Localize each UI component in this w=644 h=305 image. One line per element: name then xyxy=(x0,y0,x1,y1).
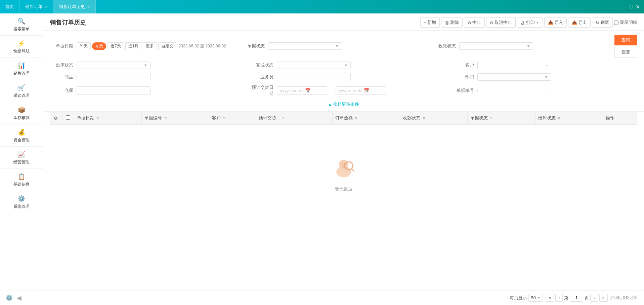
topbar-min-btn[interactable]: — xyxy=(621,4,627,10)
first-page-icon: « xyxy=(549,295,551,300)
sidebar-item-sales-mgmt[interactable]: 📊 销售管理 xyxy=(0,58,43,80)
tab-home[interactable]: 首页 xyxy=(0,0,20,13)
page-number-input[interactable] xyxy=(570,294,583,302)
per-page-select[interactable]: 50 ▼ xyxy=(528,294,543,302)
import-icon: 📥 xyxy=(548,20,553,25)
th-customer: 客户 ⇅ xyxy=(209,112,256,125)
collapse-button[interactable]: ▲ 收起更多条件 xyxy=(328,101,359,107)
date-last1month-btn[interactable]: 近1月 xyxy=(125,42,142,50)
add-button[interactable]: + 新增 xyxy=(420,17,440,28)
complete-status-select[interactable]: ▼ xyxy=(277,62,351,69)
payment-status-label: 收款状态 xyxy=(432,43,459,49)
sidebar-collapse-icon[interactable]: ◀ xyxy=(17,294,22,302)
order-status-sort-icon: ⇅ xyxy=(490,116,493,120)
tab-sales-order-close[interactable]: ✕ xyxy=(45,5,48,9)
tab-bar: 首页 销售订单 ✕ 销售订单历史 ✕ xyxy=(0,0,96,13)
order-status-select[interactable]: ▼ xyxy=(268,42,342,50)
warehouse-label: 仓库 xyxy=(50,87,77,93)
delete-button[interactable]: 🗑 删除 xyxy=(441,17,463,28)
sidebar-item-basic-info-label: 基础信息 xyxy=(13,182,30,187)
delivery-date-start[interactable]: yyyy-mm-dd 📅 xyxy=(277,86,327,95)
import-button[interactable]: 📥 导入 xyxy=(544,17,567,28)
th-payment-status: 收款状态 ⇅ xyxy=(400,112,467,125)
filter-area: 单据日期 昨天 今天 近7天 近1月 更多 自定义 2023-06-02 至 2… xyxy=(43,31,644,112)
payment-status-content: ▼ xyxy=(459,42,610,50)
sidebar-item-inventory[interactable]: 📦 库存核算 xyxy=(0,102,43,124)
delete-label: 删除 xyxy=(450,20,459,26)
cancel-stop-label: 取消中止 xyxy=(495,20,512,26)
delivery-date-end[interactable]: yyyy-mm-dd 📅 xyxy=(336,86,386,95)
order-number-label: 单据编号 xyxy=(450,87,477,93)
collapse-label: 收起更多条件 xyxy=(333,101,359,107)
warehouse-input[interactable]: ··· xyxy=(77,86,151,95)
department-select[interactable]: ▼ xyxy=(477,73,551,81)
select-all-checkbox[interactable] xyxy=(66,115,70,120)
svg-point-5 xyxy=(344,163,346,164)
delivery-date-start-text: yyyy-mm-dd xyxy=(280,88,304,93)
stock-status-select[interactable]: ▼ xyxy=(77,62,151,69)
sidebar-item-operations[interactable]: 📈 经营管理 xyxy=(0,147,43,169)
sidebar-item-search-menu[interactable]: 🔍 搜索菜单 xyxy=(0,13,43,36)
calendar-start-icon: 📅 xyxy=(305,88,310,93)
product-label: 商品 xyxy=(50,74,77,80)
payment-status-select[interactable]: ▼ xyxy=(459,42,533,50)
product-input[interactable]: ··· xyxy=(77,73,151,81)
customer-input[interactable]: ··· xyxy=(477,61,551,69)
date-last7-btn[interactable]: 近7天 xyxy=(108,42,124,50)
next-page-btn[interactable]: › xyxy=(590,294,598,302)
tab-sales-history[interactable]: 销售订单历史 ✕ xyxy=(53,0,96,13)
settings-filter-button[interactable]: 设置 xyxy=(614,47,637,58)
complete-status-chevron: ▼ xyxy=(344,63,348,67)
delivery-date-end-text: yyyy-mm-dd xyxy=(339,88,362,93)
first-page-btn[interactable]: « xyxy=(546,294,554,302)
date-range-display: 2023-06-02 至 2023-06-02 xyxy=(178,43,226,49)
topbar-close-btn[interactable]: ✕ xyxy=(636,4,640,10)
last-page-btn[interactable]: » xyxy=(599,294,608,302)
date-yesterday-btn[interactable]: 昨天 xyxy=(77,42,91,50)
stop-button[interactable]: ⊘ 中止 xyxy=(464,17,485,28)
sidebar-settings-icon[interactable]: ⚙️ xyxy=(5,294,13,302)
stock-sort-icon: ⇅ xyxy=(558,116,560,120)
customer-label: 客户 xyxy=(450,62,477,68)
date-more-btn[interactable]: 更多 xyxy=(143,42,157,50)
basic-info-icon: 📋 xyxy=(18,173,25,180)
sidebar-item-system-label: 系统管理 xyxy=(13,204,30,209)
stock-status-chevron: ▼ xyxy=(144,63,147,67)
filter-row-2: 出库状态 ▼ 完成状态 ▼ 客户 ··· xyxy=(50,61,637,69)
stop-icon: ⊘ xyxy=(468,20,471,25)
add-label: 新增 xyxy=(427,20,436,26)
cancel-stop-button[interactable]: ⊘ 取消中止 xyxy=(486,17,516,28)
th-number: 单据编号 ⇅ xyxy=(141,112,209,125)
export-button[interactable]: 📤 导出 xyxy=(568,17,591,28)
table-header-row: ⚙ 单据日期 ⇅ 单据编号 ⇅ xyxy=(50,112,637,125)
sidebar-item-finance[interactable]: 💰 资金管理 xyxy=(0,124,43,147)
date-today-btn[interactable]: 今天 xyxy=(92,42,106,50)
tab-sales-history-close[interactable]: ✕ xyxy=(87,5,90,9)
th-checkbox[interactable] xyxy=(62,112,74,125)
salesperson-input[interactable]: ··· xyxy=(277,73,351,81)
sidebar-item-purchase-mgmt-label: 采购管理 xyxy=(13,93,30,99)
sidebar-item-system[interactable]: ⚙️ 系统管理 xyxy=(0,191,43,213)
sidebar-item-basic-info[interactable]: 📋 基础信息 xyxy=(0,169,43,191)
tab-sales-order[interactable]: 销售订单 ✕ xyxy=(20,0,53,13)
order-number-input[interactable] xyxy=(477,89,551,92)
topbar-max-btn[interactable]: □ xyxy=(630,4,633,10)
query-button[interactable]: 查询 xyxy=(614,35,637,45)
refresh-button[interactable]: ↻ 刷新 xyxy=(592,17,613,28)
quick-nav-icon: ⚡ xyxy=(18,40,25,47)
display-columns-toggle[interactable]: 显示明细 xyxy=(614,20,637,26)
refresh-icon: ↻ xyxy=(596,20,599,25)
display-columns-checkbox[interactable] xyxy=(614,21,618,25)
page-title: 销售订单历史 xyxy=(50,18,420,27)
warehouse-content: ··· xyxy=(77,86,237,95)
sidebar-item-purchase-mgmt[interactable]: 🛒 采购管理 xyxy=(0,80,43,102)
date-sort-icon: ⇅ xyxy=(96,116,99,120)
tab-home-label: 首页 xyxy=(5,4,14,10)
date-custom-btn[interactable]: 自定义 xyxy=(158,42,176,50)
print-button[interactable]: 🖨 打印 ▼ xyxy=(517,17,543,28)
prev-page-btn[interactable]: ‹ xyxy=(555,294,563,302)
last-page-icon: » xyxy=(602,295,605,300)
th-settings[interactable]: ⚙ xyxy=(50,112,62,125)
sidebar-item-quick-nav[interactable]: ⚡ 快捷导航 xyxy=(0,36,43,58)
sidebar-item-operations-label: 经营管理 xyxy=(13,159,30,165)
